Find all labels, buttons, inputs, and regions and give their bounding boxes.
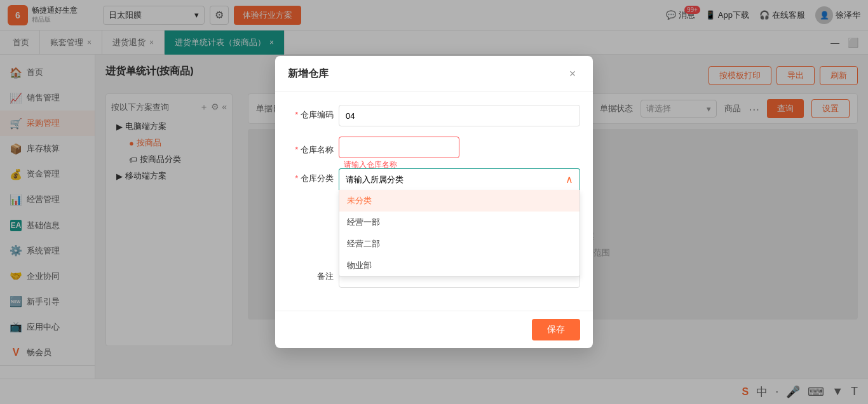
form-row-name: 仓库名称 请输入仓库名称 [288, 137, 580, 158]
category-label: 仓库分类 [288, 168, 339, 184]
modal-overlay: 新增仓库 × 仓库编码 仓库名称 请输入仓库名称 仓库分类 [0, 0, 868, 404]
form-row-code: 仓库编码 [288, 105, 580, 126]
dropdown-item-dept2[interactable]: 经营二部 [339, 233, 580, 255]
modal-add-warehouse: 新增仓库 × 仓库编码 仓库名称 请输入仓库名称 仓库分类 [275, 56, 593, 348]
modal-footer: 保存 [275, 311, 593, 348]
modal-body: 仓库编码 仓库名称 请输入仓库名称 仓库分类 请输入所属分类 ∧ [275, 92, 593, 311]
dropdown-item-property[interactable]: 物业部 [339, 255, 580, 276]
modal-close-btn[interactable]: × [565, 66, 580, 81]
form-row-category: 仓库分类 请输入所属分类 ∧ 未分类 经营一部 经营二部 物业部 [288, 168, 580, 190]
modal-title: 新增仓库 [288, 67, 329, 81]
dropdown-arrow-icon: ∧ [566, 173, 573, 185]
name-input[interactable] [339, 137, 459, 158]
category-input-wrap: 请输入所属分类 ∧ 未分类 经营一部 经营二部 物业部 [339, 168, 580, 190]
code-input[interactable] [339, 105, 580, 126]
category-dropdown-menu: 未分类 经营一部 经营二部 物业部 [339, 190, 580, 277]
save-button[interactable]: 保存 [532, 319, 580, 340]
code-label: 仓库编码 [288, 105, 339, 121]
name-label: 仓库名称 [288, 140, 339, 156]
modal-header: 新增仓库 × [275, 56, 593, 92]
category-dropdown-trigger[interactable]: 请输入所属分类 ∧ [339, 168, 580, 190]
category-placeholder: 请输入所属分类 [346, 174, 403, 185]
note-label: 备注 [288, 266, 339, 282]
dropdown-item-uncategorized[interactable]: 未分类 [339, 190, 580, 212]
dropdown-item-dept1[interactable]: 经营一部 [339, 212, 580, 233]
